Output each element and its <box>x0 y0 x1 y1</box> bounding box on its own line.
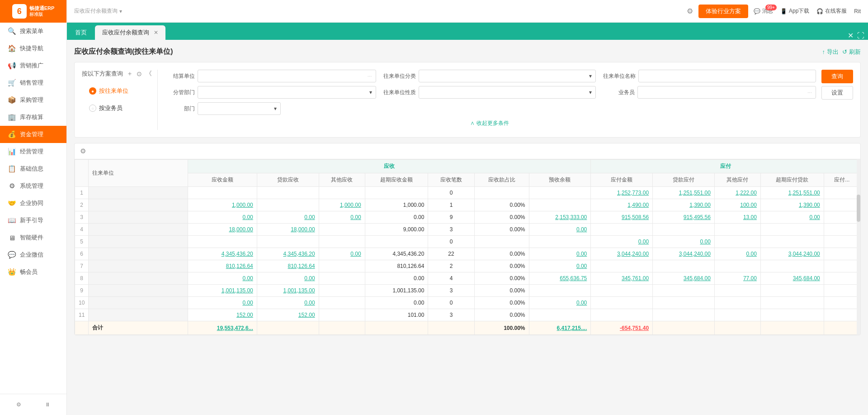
cell-yy-je[interactable]: 2,153,333.00 <box>529 211 591 224</box>
scrollbar[interactable] <box>857 159 860 335</box>
cell-yy-je[interactable]: 0.00 <box>529 248 591 260</box>
cell-yy-je[interactable]: 0.00 <box>529 224 591 236</box>
cell-yy-je[interactable]: 655,636.75 <box>529 272 591 285</box>
wanglai-type-select[interactable]: ▾ <box>419 70 596 82</box>
cell-dk-ysr[interactable]: 4,345,436.20 <box>257 248 319 260</box>
cell-qt-ysr[interactable]: 0.00 <box>319 211 365 224</box>
refresh-btn[interactable]: ↺ 刷新 <box>842 48 861 56</box>
cell-qt-ysr[interactable]: 0.00 <box>319 248 365 260</box>
set-btn[interactable]: 设置 <box>821 86 853 100</box>
table-gear-icon[interactable]: ⚙ <box>80 147 86 155</box>
settings-icon[interactable]: ⚙ <box>687 7 693 15</box>
total-ysr-je[interactable]: 19,553,472,6... <box>188 321 257 335</box>
salesperson-input[interactable]: ··· <box>637 86 816 99</box>
cell-qt-yf[interactable]: 100.00 <box>714 199 760 211</box>
wanglai-name-input[interactable] <box>638 70 816 82</box>
sidebar-item-search[interactable]: 🔍 搜索菜单 <box>0 23 66 40</box>
cell-qt-yf[interactable]: 13.00 <box>714 211 760 224</box>
sidebar-item-system[interactable]: ⚙ 系统管理 <box>0 177 66 195</box>
cell-dk-yf[interactable]: 0.00 <box>653 236 715 248</box>
total-yy-je[interactable]: 6,417,215.... <box>529 321 591 335</box>
jiesuan-input[interactable]: ··· <box>198 70 376 82</box>
cell-dk-ysr[interactable]: 152.00 <box>257 309 319 321</box>
trial-btn[interactable]: 体验行业方案 <box>698 5 748 18</box>
cell-ysr-je[interactable]: 0.00 <box>188 297 257 309</box>
cell-dk-ysr[interactable]: 0.00 <box>257 297 319 309</box>
tab-close-icon[interactable]: ✕ <box>154 29 158 36</box>
cell-dk-yf[interactable]: 915,495.56 <box>653 211 715 224</box>
cell-yy-je[interactable]: 0.00 <box>529 260 591 272</box>
sidebar-item-purchase[interactable]: 📦 采购管理 <box>0 91 66 109</box>
cell-ysr-je[interactable]: 810,126.64 <box>188 260 257 272</box>
cell-ysr-je[interactable]: 0.00 <box>188 272 257 285</box>
cell-yf-je[interactable]: 345,761.00 <box>591 272 653 285</box>
service-btn[interactable]: 🎧 在线客服 <box>816 7 847 15</box>
scheme-collapse-icon[interactable]: 《 <box>146 70 152 78</box>
tab-close-all-icon[interactable]: ✕ <box>848 31 854 40</box>
sidebar-item-marketing[interactable]: 📢 营销推广 <box>0 57 66 74</box>
option-by-unit[interactable]: ● 按往来单位 <box>82 83 152 99</box>
cell-dk-yf[interactable]: 1,251,551.00 <box>653 187 715 199</box>
cell-dk-ysr[interactable]: 0.00 <box>257 211 319 224</box>
sidebar-item-member[interactable]: 👑 畅会员 <box>0 263 66 281</box>
export-btn[interactable]: ↑ 导出 <box>822 48 839 56</box>
sidebar-item-hardware[interactable]: 🖥 智能硬件 <box>0 229 66 246</box>
cell-qt-yf[interactable]: 77.00 <box>714 272 760 285</box>
wanglai-nature-select[interactable]: ▾ <box>419 86 596 99</box>
dropdown-icon[interactable]: ▾ <box>119 8 122 14</box>
cell-yf-je[interactable]: 0.00 <box>591 236 653 248</box>
collapse-bar[interactable]: ∧ 收起更多条件 <box>163 117 816 130</box>
sidebar-item-guide[interactable]: 📖 新手引导 <box>0 212 66 229</box>
tab-expand-icon[interactable]: ⛶ <box>857 32 864 40</box>
cell-ysr-je[interactable]: 0.00 <box>188 211 257 224</box>
message-btn[interactable]: 💬 消息 99+ <box>754 7 773 15</box>
cell-ysr-je[interactable]: 18,000.00 <box>188 224 257 236</box>
cell-yf-je[interactable]: 1,252,773.00 <box>591 187 653 199</box>
cell-chaoqi-yf[interactable]: 3,044,240.00 <box>760 248 824 260</box>
cell-chaoqi-yf[interactable]: 1,251,551.00 <box>760 187 824 199</box>
cell-qt-yf[interactable]: 1,222.00 <box>714 187 760 199</box>
tab-home[interactable]: 首页 <box>68 25 94 40</box>
cell-qt-yf[interactable]: 0.00 <box>714 248 760 260</box>
cell-ysr-je[interactable]: 1,001,135.00 <box>188 285 257 297</box>
app-download-btn[interactable]: 📱 App下载 <box>780 7 809 15</box>
cell-chaoqi-yf[interactable]: 1,390.00 <box>760 199 824 211</box>
cell-dk-yf[interactable]: 3,044,240.00 <box>653 248 715 260</box>
sidebar-item-finance[interactable]: 💰 资金管理 <box>0 126 66 143</box>
sidebar-settings-btn[interactable]: ⚙ <box>5 399 33 410</box>
cell-dk-ysr[interactable]: 1,001,135.00 <box>257 285 319 297</box>
sidebar-item-wechat[interactable]: 💬 企业微信 <box>0 246 66 263</box>
cell-chaoqi-yf[interactable]: 0.00 <box>760 211 824 224</box>
sidebar-item-basic[interactable]: 📋 基础信息 <box>0 160 66 177</box>
total-yf-je[interactable]: -654,751.40 <box>591 321 653 335</box>
sidebar-item-warehouse[interactable]: 🏢 库存核算 <box>0 109 66 126</box>
option-by-salesperson[interactable]: ○ 按业务员 <box>82 100 152 116</box>
scheme-settings-icon[interactable]: ⊙ <box>137 70 142 77</box>
dept-select[interactable]: ▾ <box>198 102 281 115</box>
cell-ysr-je[interactable]: 1,000.00 <box>188 199 257 211</box>
cell-dk-ysr[interactable]: 0.00 <box>257 272 319 285</box>
sidebar-item-collab[interactable]: 🤝 企业协同 <box>0 195 66 212</box>
cell-dk-yf[interactable]: 1,390.00 <box>653 199 715 211</box>
cell-dk-ysr[interactable]: 18,000.00 <box>257 224 319 236</box>
cell-ysr-je[interactable]: 4,345,436.20 <box>188 248 257 260</box>
add-scheme-btn[interactable]: ＋ <box>127 70 133 78</box>
cell-yf-je[interactable]: 3,044,240.00 <box>591 248 653 260</box>
sidebar-item-quick[interactable]: 🏠 快捷导航 <box>0 40 66 57</box>
tab-arquery[interactable]: 应收应付余额查询 ✕ <box>95 25 165 40</box>
cell-ysr-je[interactable]: 152.00 <box>188 309 257 321</box>
filter-wanglai-type: 往来单位分类 ▾ <box>383 70 596 82</box>
fenguan-select[interactable]: ▾ <box>198 86 376 99</box>
cell-dk-yf[interactable]: 345,684.00 <box>653 272 715 285</box>
cell-yy-je[interactable]: 0.00 <box>529 297 591 309</box>
cell-chaoqi-yf[interactable]: 345,684.00 <box>760 272 824 285</box>
cell-dk-ysr[interactable]: 810,126.64 <box>257 260 319 272</box>
sidebar-item-operation[interactable]: 📊 经营管理 <box>0 143 66 160</box>
query-btn[interactable]: 查询 <box>821 70 853 83</box>
sidebar-item-sales[interactable]: 🛒 销售管理 <box>0 74 66 91</box>
sidebar-collapse-btn[interactable]: ⏸ <box>33 399 62 410</box>
cell-qt-ysr[interactable]: 1,000.00 <box>319 199 365 211</box>
user-menu[interactable]: Rit <box>854 8 861 14</box>
cell-yf-je[interactable]: 915,508.56 <box>591 211 653 224</box>
cell-yf-je[interactable]: 1,490.00 <box>591 199 653 211</box>
